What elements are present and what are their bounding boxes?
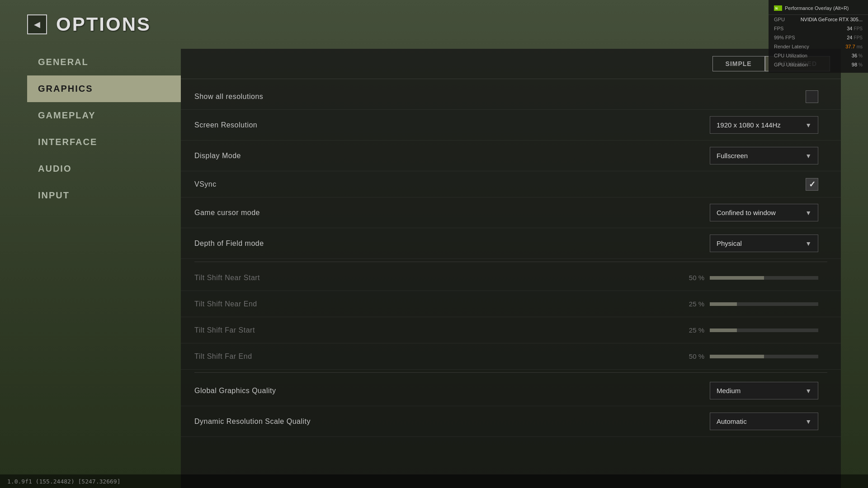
depth-of-field-label: Depth of Field mode: [194, 239, 321, 248]
global-graphics-quality-value: Medium: [717, 387, 741, 394]
setting-row-show-all-resolutions: Show all resolutions: [181, 84, 841, 110]
divider-1: [194, 262, 827, 262]
perf-val-render-latency: 37.7 ms: [845, 44, 863, 49]
dynamic-resolution-control: Automatic ▼: [321, 413, 827, 430]
screen-resolution-label: Screen Resolution: [194, 121, 321, 129]
nvidia-icon: N: [774, 5, 782, 11]
perf-row-fps: FPS 34 FPS: [769, 24, 868, 33]
display-mode-value: Fullscreen: [717, 152, 748, 160]
sidebar-item-input[interactable]: INPUT: [27, 182, 181, 209]
tilt-shift-near-start-control: 50 %: [321, 274, 827, 282]
dynamic-resolution-dropdown[interactable]: Automatic ▼: [710, 413, 818, 430]
sidebar: GENERAL GRAPHICS GAMEPLAY INTERFACE AUDI…: [27, 49, 181, 488]
tilt-shift-far-start-control: 25 %: [321, 326, 827, 334]
tilt-shift-near-end-label: Tilt Shift Near End: [194, 300, 321, 308]
tilt-shift-near-end-control: 25 %: [321, 300, 827, 308]
perf-row-render-latency: Render Latency 37.7 ms: [769, 42, 868, 51]
perf-val-gpu-util: 98 %: [852, 62, 863, 67]
tilt-shift-far-end-slider[interactable]: [710, 355, 818, 358]
game-cursor-mode-dropdown[interactable]: Confined to window ▼: [710, 204, 818, 221]
sidebar-item-general[interactable]: GENERAL: [27, 49, 181, 75]
sidebar-item-interface[interactable]: INTERFACE: [27, 129, 181, 155]
screen-resolution-arrow: ▼: [805, 122, 811, 129]
perf-row-99fps: 99% FPS 24 FPS: [769, 33, 868, 42]
tilt-shift-near-start-label: Tilt Shift Near Start: [194, 274, 321, 282]
display-mode-label: Display Mode: [194, 152, 321, 160]
setting-row-global-graphics-quality: Global Graphics Quality Medium ▼: [181, 375, 841, 406]
tilt-shift-far-start-value: 25 %: [677, 326, 704, 334]
screen-resolution-dropdown[interactable]: 868 x 488 x 144Hz ▼: [710, 116, 818, 134]
perf-key-99fps: 99% FPS: [774, 35, 795, 40]
tilt-shift-far-end-label: Tilt Shift Far End: [194, 352, 321, 361]
tilt-shift-near-end-value: 25 %: [677, 300, 704, 308]
tab-simple[interactable]: SIMPLE: [712, 56, 765, 71]
depth-of-field-dropdown[interactable]: Physical ▼: [710, 235, 818, 252]
screen-resolution-control: 868 x 488 x 144Hz ▼: [321, 116, 827, 134]
perf-val-fps: 34 FPS: [847, 26, 863, 31]
tilt-shift-far-start-slider[interactable]: [710, 328, 818, 332]
display-mode-arrow: ▼: [805, 152, 811, 160]
setting-row-depth-of-field: Depth of Field mode Physical ▼: [181, 228, 841, 259]
perf-key-gpu: GPU: [774, 17, 785, 22]
game-cursor-mode-control: Confined to window ▼: [321, 204, 827, 221]
setting-row-tilt-shift-near-start: Tilt Shift Near Start 50 %: [181, 265, 841, 291]
setting-row-vsync: VSync: [181, 171, 841, 197]
global-graphics-quality-dropdown[interactable]: Medium ▼: [710, 382, 818, 399]
tilt-shift-far-start-label: Tilt Shift Far Start: [194, 326, 321, 334]
dynamic-resolution-value: Automatic: [717, 418, 747, 425]
perf-header: N Performance Overlay (Alt+R): [769, 4, 868, 15]
main-wrapper: ◀ OPTIONS GENERAL GRAPHICS GAMEPLAY INTE…: [0, 0, 868, 488]
setting-row-game-cursor-mode: Game cursor mode Confined to window ▼: [181, 197, 841, 228]
setting-row-tilt-shift-far-start: Tilt Shift Far Start 25 %: [181, 317, 841, 343]
game-cursor-mode-arrow: ▼: [805, 209, 811, 216]
sidebar-item-gameplay[interactable]: GAMEPLAY: [27, 102, 181, 129]
screen-resolution-value: 868 x 488 x 144Hz: [717, 121, 781, 129]
tilt-shift-far-start-fill: [710, 328, 737, 332]
show-all-resolutions-label: Show all resolutions: [194, 93, 321, 101]
perf-row-gpu: GPU NVIDIA GeForce RTX 305...: [769, 15, 868, 24]
sidebar-item-audio[interactable]: AUDIO: [27, 155, 181, 182]
sidebar-item-graphics[interactable]: GRAPHICS: [27, 75, 181, 102]
perf-key-gpu-util: GPU Utilization: [774, 62, 808, 67]
back-button[interactable]: ◀: [27, 14, 47, 34]
tilt-shift-near-start-slider[interactable]: [710, 276, 818, 280]
vsync-checkbox[interactable]: [806, 178, 818, 191]
performance-overlay: N Performance Overlay (Alt+R) GPU NVIDIA…: [769, 0, 868, 73]
display-mode-dropdown[interactable]: Fullscreen ▼: [710, 147, 818, 164]
tilt-shift-near-start-fill: [710, 276, 764, 280]
settings-list[interactable]: Show all resolutions Screen Resolution 1…: [181, 79, 841, 488]
content-area: GENERAL GRAPHICS GAMEPLAY INTERFACE AUDI…: [0, 49, 868, 488]
tilt-shift-far-end-fill: [710, 355, 764, 358]
tilt-shift-near-end-fill: [710, 302, 737, 306]
header: ◀ OPTIONS: [0, 0, 868, 49]
perf-key-render-latency: Render Latency: [774, 44, 809, 49]
global-graphics-quality-arrow: ▼: [805, 387, 811, 394]
tilt-shift-far-end-control: 50 %: [321, 352, 827, 360]
version-text: 1.0.9f1 (155.24482) [5247.32669]: [7, 478, 120, 485]
setting-row-dynamic-resolution: Dynamic Resolution Scale Quality Automat…: [181, 406, 841, 437]
perf-val-99fps: 24 FPS: [847, 35, 863, 40]
page-title: OPTIONS: [56, 14, 151, 35]
depth-of-field-value: Physical: [717, 239, 742, 247]
tab-bar: SIMPLE ADVANCED: [181, 49, 841, 79]
bottom-bar: 1.0.9f1 (155.24482) [5247.32669]: [0, 474, 868, 488]
svg-text:N: N: [775, 7, 778, 10]
global-graphics-quality-label: Global Graphics Quality: [194, 387, 321, 395]
vsync-control: [321, 178, 827, 191]
tilt-shift-far-end-value: 50 %: [677, 352, 704, 360]
tilt-shift-near-end-slider[interactable]: [710, 302, 818, 306]
game-cursor-mode-label: Game cursor mode: [194, 209, 321, 217]
setting-row-tilt-shift-near-end: Tilt Shift Near End 25 %: [181, 291, 841, 317]
perf-key-cpu: CPU Utilization: [774, 53, 807, 58]
vsync-label: VSync: [194, 180, 321, 188]
tilt-shift-near-start-value: 50 %: [677, 274, 704, 282]
setting-row-screen-resolution: Screen Resolution 868 x 488 x 144Hz ▼: [181, 110, 841, 141]
dynamic-resolution-label: Dynamic Resolution Scale Quality: [194, 418, 321, 426]
show-all-resolutions-checkbox[interactable]: [806, 90, 818, 103]
divider-2: [194, 372, 827, 373]
setting-row-display-mode: Display Mode Fullscreen ▼: [181, 141, 841, 171]
perf-row-gpu-util: GPU Utilization 98 %: [769, 60, 868, 69]
display-mode-control: Fullscreen ▼: [321, 147, 827, 164]
main-panel: SIMPLE ADVANCED Show all resolutions Scr…: [181, 49, 841, 488]
global-graphics-quality-control: Medium ▼: [321, 382, 827, 399]
